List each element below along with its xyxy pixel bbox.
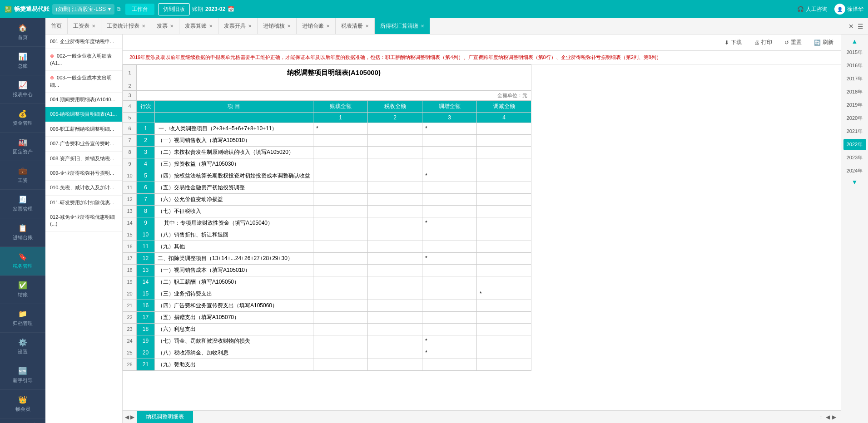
data-cell-v3[interactable] — [422, 229, 477, 241]
refresh-button[interactable]: 🔄 刷新 — [811, 37, 836, 48]
sidebar-item-settings[interactable]: ⚙️ 设置 — [0, 333, 45, 361]
data-cell-v1[interactable] — [313, 217, 368, 229]
bottom-tab-item[interactable]: 纳税调整明细表 — [137, 411, 193, 423]
sidebar-item-invoice-mgmt[interactable]: 🧾 发票管理 — [0, 190, 45, 218]
project-cell[interactable]: （七）不征税收入 — [155, 205, 313, 217]
tab-close-all-button[interactable]: ✕ — [848, 23, 854, 30]
data-cell-v3[interactable]: * — [422, 252, 477, 264]
nav-right-icon[interactable]: ▶ — [130, 414, 134, 420]
project-cell[interactable]: （九）赞助支出 — [155, 359, 313, 370]
tab-payroll-close[interactable]: ✕ — [92, 24, 95, 29]
data-cell-v3[interactable] — [422, 276, 477, 288]
data-cell-v3[interactable] — [422, 300, 477, 311]
scroll-right-icon[interactable]: ▶ — [832, 414, 836, 420]
year-nav-down[interactable]: ▼ — [848, 177, 862, 187]
reset-button[interactable]: ↺ 重置 — [782, 37, 804, 48]
data-cell-v4[interactable] — [477, 205, 531, 217]
data-cell-v4[interactable] — [477, 193, 531, 205]
data-cell-v4[interactable] — [477, 241, 531, 252]
data-cell-v4[interactable] — [477, 229, 531, 241]
data-cell-v2[interactable] — [368, 347, 422, 359]
data-cell-v3[interactable]: * — [422, 347, 477, 359]
nav-left-icon[interactable]: ◀ — [125, 414, 129, 420]
data-cell-v1[interactable] — [313, 205, 368, 217]
left-panel-item-002[interactable]: ⊗ 002-一般企业收入明细表(A1... — [45, 49, 122, 71]
sidebar-item-tax-mgmt[interactable]: 🔖 税务管理 — [0, 247, 45, 275]
data-cell-v3[interactable] — [422, 205, 477, 217]
data-cell-v1[interactable] — [313, 288, 368, 300]
left-panel-item-001[interactable]: 001-企业所得税年度纳税申... — [45, 34, 122, 49]
sidebar-item-ledger[interactable]: 📊 总账 — [0, 47, 45, 75]
data-cell-v4[interactable] — [477, 323, 531, 335]
data-cell-v1[interactable] — [313, 241, 368, 252]
scroll-left-icon[interactable]: ◀ — [826, 414, 830, 420]
data-cell-v4[interactable] — [477, 252, 531, 264]
project-cell[interactable]: （八）销售折扣、折让和退回 — [155, 229, 313, 241]
data-cell-v2[interactable] — [368, 217, 422, 229]
left-panel-item-009[interactable]: 009-企业所得税弥补亏损明... — [45, 166, 122, 181]
project-cell[interactable]: （一）视同销售成本（填写A105010） — [155, 264, 313, 276]
data-cell-v2[interactable] — [368, 182, 422, 193]
data-cell-v2[interactable] — [368, 193, 422, 205]
data-cell-v1[interactable] — [313, 335, 368, 347]
tab-input-ledger[interactable]: 进销台账 ✕ — [297, 18, 336, 34]
tab-menu-button[interactable]: ☰ — [858, 23, 863, 30]
left-panel-item-010[interactable]: 010-免税、减计收入及加计... — [45, 181, 122, 195]
data-cell-v2[interactable] — [368, 158, 422, 170]
project-cell[interactable]: （五）交易性金融资产初始投资调整 — [155, 182, 313, 193]
project-cell[interactable]: 其中：专项用途财政性资金（填写A105040） — [155, 217, 313, 229]
data-cell-v1[interactable] — [313, 134, 368, 146]
switch-old-button[interactable]: 切到旧版 — [158, 3, 190, 15]
data-cell-v4[interactable] — [477, 359, 531, 370]
left-panel-item-005[interactable]: 005-纳税调整项目明细表(A1... — [45, 107, 122, 122]
data-cell-v2[interactable] — [368, 323, 422, 335]
tab-invoice-calc[interactable]: 发票算账 ✕ — [179, 18, 218, 34]
data-cell-v2[interactable] — [368, 205, 422, 217]
project-cell[interactable]: （二）职工薪酬（填写A105050） — [155, 276, 313, 288]
data-cell-v3[interactable]: * — [422, 123, 477, 134]
data-cell-v1[interactable] — [313, 359, 368, 370]
sidebar-item-input-ledger[interactable]: 📋 进销台账 — [0, 218, 45, 247]
period-edit-icon[interactable]: 📅 — [228, 6, 234, 12]
year-item-2024[interactable]: 2024年 — [843, 165, 866, 177]
tab-tax-clear-close[interactable]: ✕ — [365, 24, 369, 29]
data-cell-v4[interactable] — [477, 182, 531, 193]
project-cell[interactable]: （四）按权益法核算长期股权投资对初始投资成本调整确认收益 — [155, 170, 313, 182]
data-cell-v1[interactable] — [313, 170, 368, 182]
data-cell-v3[interactable] — [422, 134, 477, 146]
data-cell-v3[interactable] — [422, 359, 477, 370]
project-cell[interactable]: （六）公允价值变动净损益 — [155, 193, 313, 205]
sidebar-item-settlement[interactable]: ✅ 结账 — [0, 275, 45, 304]
data-cell-v4[interactable] — [477, 300, 531, 311]
data-cell-v1[interactable] — [313, 311, 368, 323]
tab-home[interactable]: 首页 — [45, 18, 68, 34]
tab-invoice-open-close[interactable]: ✕ — [248, 24, 252, 29]
project-cell[interactable]: （三）业务招待费支出 — [155, 288, 313, 300]
data-cell-v2[interactable] — [368, 241, 422, 252]
data-cell-v1[interactable] — [313, 193, 368, 205]
data-cell-v3[interactable] — [422, 193, 477, 205]
data-cell-v1[interactable] — [313, 146, 368, 158]
data-cell-v3[interactable]: * — [422, 217, 477, 229]
data-cell-v1[interactable] — [313, 300, 368, 311]
sidebar-item-home[interactable]: 🏠 首页 — [0, 18, 45, 47]
data-cell-v4[interactable] — [477, 134, 531, 146]
data-cell-v2[interactable] — [368, 359, 422, 370]
left-panel-item-004[interactable]: 004-期间费用明细表(A1040... — [45, 93, 122, 107]
data-cell-v3[interactable] — [422, 288, 477, 300]
tab-payroll-stats[interactable]: 工资统计报表 ✕ — [101, 18, 151, 34]
tab-tax-clear[interactable]: 税表清册 ✕ — [336, 18, 375, 34]
tab-input-check-close[interactable]: ✕ — [287, 24, 291, 29]
data-cell-v4[interactable] — [477, 276, 531, 288]
data-cell-v1[interactable] — [313, 264, 368, 276]
data-cell-v3[interactable] — [422, 158, 477, 170]
year-item-2021[interactable]: 2021年 — [843, 126, 866, 137]
tab-input-ledger-close[interactable]: ✕ — [326, 24, 330, 29]
data-cell-v3[interactable] — [422, 323, 477, 335]
data-cell-v2[interactable] — [368, 311, 422, 323]
data-cell-v4[interactable]: * — [477, 288, 531, 300]
data-cell-v2[interactable] — [368, 288, 422, 300]
data-cell-v4[interactable] — [477, 170, 531, 182]
workbench-button[interactable]: 工作台 — [125, 4, 154, 15]
sidebar-item-newbie[interactable]: 🆕 新手引导 — [0, 361, 45, 390]
